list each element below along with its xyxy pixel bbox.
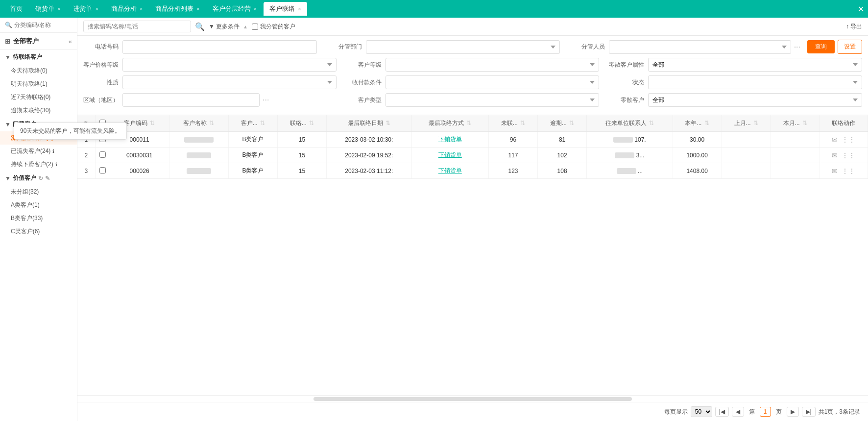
filter-field-dept: 分管部门 [327, 40, 560, 54]
status-select[interactable] [648, 75, 862, 89]
tab-customer-contact[interactable]: 客户联络 × [264, 2, 307, 16]
tab-purchase-order[interactable]: 进货单 × [67, 2, 104, 16]
sidebar-group-value: ▼ 价值客户 ↻ ✎ 未分组(32) A类客户(1) B类客户(33) C类客户… [0, 171, 77, 238]
region-input[interactable] [122, 93, 260, 107]
td-index: 3 [77, 163, 95, 179]
sidebar-item-class-a[interactable]: A类客户(1) [0, 198, 77, 212]
prev-page-button[interactable]: ◀ [732, 407, 744, 417]
last-page-button[interactable]: ▶| [802, 407, 816, 417]
sidebar-group-pending-header[interactable]: ▼ 待联络客户 [0, 50, 77, 64]
sidebar-group-value-header[interactable]: ▼ 价值客户 ↻ ✎ [0, 171, 77, 185]
refresh-icon[interactable]: ↻ [38, 175, 43, 182]
more-action-icon-2[interactable]: ⋮⋮ [842, 167, 855, 175]
sort-this-year-icon[interactable]: ⇅ [704, 120, 709, 126]
sidebar-search-input[interactable] [14, 22, 72, 28]
sidebar-item-class-b[interactable]: B类客户(33) [0, 212, 77, 225]
sort-type-icon[interactable]: ⇅ [260, 120, 265, 126]
tab-product-analysis-list[interactable]: 商品分析列表 × [149, 2, 205, 16]
close-all-tabs-icon[interactable]: ✕ [858, 4, 864, 14]
tab-close-product-analysis[interactable]: × [140, 6, 143, 12]
tab-sales-order[interactable]: 销货单 × [29, 2, 66, 16]
tab-close-customer-contact[interactable]: × [298, 6, 301, 12]
sidebar-item-tomorrow-contact[interactable]: 明天待联络(1) [0, 77, 77, 91]
sidebar-item-today-contact[interactable]: 今天待联络(0) [0, 64, 77, 77]
my-customers-checkbox[interactable] [252, 24, 258, 30]
th-unlisted: 未联... ⇅ [488, 115, 537, 132]
dept-select[interactable] [366, 40, 560, 54]
more-action-icon-1[interactable]: ⋮⋮ [842, 151, 855, 159]
filter-search-button[interactable]: 🔍 [195, 22, 205, 31]
last-way-link-0[interactable]: 下销货单 [438, 136, 462, 143]
contact-action-icon-2[interactable]: ✉ [832, 167, 838, 175]
sidebar-search-container: 🔍 [0, 18, 77, 33]
sidebar-item-churned[interactable]: 已流失客户(24) ℹ [0, 145, 77, 158]
sidebar-all-customers[interactable]: ⊞ 全部客户 « [0, 33, 77, 50]
export-button[interactable]: ↑ 导出 [846, 23, 862, 31]
grid-icon: ⊞ [5, 38, 10, 45]
td-this-month [771, 132, 820, 148]
info-icon-2: ℹ [55, 162, 57, 167]
price-grade-select[interactable] [122, 58, 337, 72]
sidebar-item-ungroup[interactable]: 未分组(32) [0, 185, 77, 198]
settings-button[interactable]: 设置 [838, 40, 862, 54]
tab-product-analysis[interactable]: 商品分析 × [105, 2, 148, 16]
payment-select[interactable] [386, 75, 600, 89]
more-options-icon[interactable]: ··· [791, 43, 803, 51]
edit-icon[interactable]: ✎ [45, 175, 50, 182]
row-checkbox-2[interactable] [99, 167, 106, 173]
sort-this-month-icon[interactable]: ⇅ [802, 120, 807, 126]
last-way-link-2[interactable]: 下销货单 [438, 167, 462, 174]
horizontal-scrollbar[interactable] [77, 395, 868, 402]
sort-overdue-icon[interactable]: ⇅ [569, 120, 574, 126]
tab-homepage[interactable]: 首页 [4, 2, 28, 16]
tab-close-purchase-order[interactable]: × [95, 6, 98, 12]
td-last-date: 2023-02-03 11:12: [327, 163, 412, 179]
first-page-button[interactable]: |◀ [715, 407, 729, 417]
tab-close-product-analysis-list[interactable]: × [196, 6, 199, 12]
gender-select[interactable] [122, 75, 337, 89]
tab-close-customer-segment[interactable]: × [254, 6, 257, 12]
customer-grade-select[interactable] [386, 58, 600, 72]
pagination-bar: 每页显示 50 |◀ ◀ 第 1 页 ▶ ▶| 共1页，3条记录 [77, 402, 868, 421]
sort-contact-icon[interactable]: ⇅ [309, 120, 314, 126]
td-last-way: 下销货单 [411, 163, 488, 179]
contact-action-icon-0[interactable]: ✉ [832, 136, 838, 144]
filter-field-gender: 性质 [83, 75, 337, 89]
sort-last-month-icon[interactable]: ⇅ [753, 120, 758, 126]
sort-name-icon[interactable]: ⇅ [209, 120, 214, 126]
name-blur-1 [187, 152, 211, 158]
sort-unlisted-icon[interactable]: ⇅ [520, 120, 525, 126]
contact-action-icon-1[interactable]: ✉ [832, 151, 838, 159]
next-page-button[interactable]: ▶ [787, 407, 799, 417]
person-select[interactable] [609, 40, 791, 54]
td-checkbox[interactable] [95, 163, 110, 179]
td-name [169, 132, 228, 148]
zero-customer-select[interactable]: 全部 [648, 93, 862, 107]
tab-close-sales-order[interactable]: × [57, 6, 60, 12]
sort-way-icon[interactable]: ⇅ [466, 120, 471, 126]
sort-date-icon[interactable]: ⇅ [386, 120, 390, 126]
filter-more-conditions-button[interactable]: ▼ 更多条件 ▲ [209, 23, 248, 31]
zero-attr-select[interactable]: 全部 [648, 58, 862, 72]
last-way-link-1[interactable]: 下销货单 [438, 151, 462, 158]
per-page-select[interactable]: 50 [691, 406, 712, 417]
customer-type-select[interactable] [386, 93, 600, 107]
sidebar-item-class-c[interactable]: C类客户(6) [0, 225, 77, 238]
td-last-date: 2023-03-02 10:30: [327, 132, 412, 148]
sidebar-item-7days-contact[interactable]: 近7天待联络(0) [0, 91, 77, 104]
row-checkbox-1[interactable] [99, 151, 106, 158]
query-button[interactable]: 查询 [807, 40, 835, 53]
tab-customer-segment[interactable]: 客户分层经营 × [207, 2, 263, 16]
sidebar-collapse-icon[interactable]: « [69, 38, 72, 45]
my-customers-checkbox-label[interactable]: 我分管的客户 [252, 23, 295, 31]
phone-input[interactable] [122, 40, 317, 54]
scrollbar-thumb[interactable] [313, 397, 632, 401]
sort-code-icon[interactable]: ⇅ [150, 120, 155, 126]
sidebar-item-overdue-contact[interactable]: 逾期未联络(30) [0, 104, 77, 117]
td-checkbox[interactable] [95, 148, 110, 163]
sidebar-item-declining[interactable]: 持续下滑客户(2) ℹ [0, 158, 77, 171]
filter-search-input[interactable] [83, 21, 191, 32]
region-more-icon[interactable]: ··· [260, 96, 272, 104]
sort-unit-icon[interactable]: ⇅ [649, 120, 654, 126]
more-action-icon-0[interactable]: ⋮⋮ [842, 136, 855, 144]
